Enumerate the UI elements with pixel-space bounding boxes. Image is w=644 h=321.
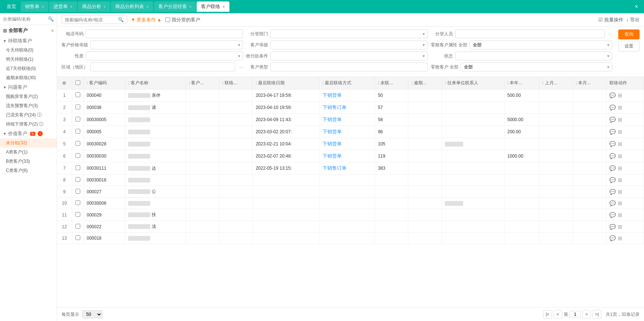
row-checkbox[interactable] xyxy=(72,114,84,126)
row-checkbox[interactable] xyxy=(72,126,84,138)
row-checkbox[interactable] xyxy=(72,174,84,186)
grid-action-icon[interactable]: ⊞ xyxy=(618,92,622,98)
sidebar-group-pending[interactable]: ▼ 待联络客户 xyxy=(0,36,57,46)
row-checkbox[interactable] xyxy=(72,209,84,221)
last-method-link[interactable]: 下销货单 xyxy=(323,141,342,147)
dept-select[interactable] xyxy=(270,29,427,38)
sidebar-item-b-class[interactable]: B类客户(33) xyxy=(0,157,57,166)
export-btn[interactable]: ↓ 导出 xyxy=(626,17,640,23)
tab-customer-contact[interactable]: 客户联络 × xyxy=(197,1,229,12)
prev-page-btn[interactable]: < xyxy=(553,310,562,319)
close-icon[interactable]: × xyxy=(103,4,106,9)
settings-col[interactable]: ⚙ xyxy=(57,77,72,89)
grid-action-icon[interactable]: ⊞ xyxy=(618,153,622,159)
sidebar-search-input[interactable] xyxy=(3,17,46,22)
message-icon[interactable]: 💬 xyxy=(609,165,616,171)
row-checkbox[interactable] xyxy=(72,150,84,162)
price-level-select[interactable] xyxy=(90,40,243,49)
collapse-icon[interactable]: « xyxy=(51,28,54,33)
last-method-link[interactable]: 下销售订单 xyxy=(323,165,346,171)
message-icon[interactable]: 💬 xyxy=(609,141,616,147)
message-icon[interactable]: 💬 xyxy=(609,105,616,110)
message-icon[interactable]: 💬 xyxy=(609,92,616,98)
sidebar-item-ungrouped[interactable]: 未分组(32) xyxy=(0,138,57,148)
batch-operate-btn[interactable]: ☑ 批量操作 xyxy=(598,17,623,23)
query-button[interactable]: 查询 xyxy=(618,29,640,39)
tab-product-analysis[interactable]: 商品分析 × xyxy=(78,1,110,12)
dots-icon[interactable]: ··· xyxy=(608,31,612,37)
grid-action-icon[interactable]: ⊞ xyxy=(618,105,622,110)
sidebar-group-problem[interactable]: ▼ 问题客户 xyxy=(0,82,57,92)
grid-action-icon[interactable]: ⊞ xyxy=(618,165,622,171)
grid-action-icon[interactable]: ⊞ xyxy=(618,129,622,135)
message-icon[interactable]: 💬 xyxy=(609,129,616,135)
sidebar-item-lost[interactable]: 已流失客户(24) ⓘ xyxy=(0,110,57,120)
last-method-link[interactable]: 下销货单 xyxy=(323,92,342,98)
message-icon[interactable]: 💬 xyxy=(609,235,616,241)
search-input[interactable] xyxy=(65,17,116,22)
sidebar-item-today-pending[interactable]: 今天待联络(0) xyxy=(0,46,57,55)
row-checkbox[interactable] xyxy=(72,89,84,102)
message-icon[interactable]: 💬 xyxy=(609,189,616,195)
retail-attr-select[interactable]: 全部 xyxy=(469,40,612,49)
tab-product-analysis-list[interactable]: 商品分析列表 × xyxy=(111,1,153,12)
page-number-input[interactable] xyxy=(570,311,581,318)
message-icon[interactable]: 💬 xyxy=(609,212,616,218)
payment-select[interactable] xyxy=(270,52,427,60)
tab-customer-segment[interactable]: 客户分层经客 × xyxy=(154,1,196,12)
message-icon[interactable]: 💬 xyxy=(609,224,616,230)
row-checkbox[interactable] xyxy=(72,198,84,209)
dots-icon[interactable]: ··· xyxy=(239,64,243,70)
message-icon[interactable]: 💬 xyxy=(609,177,616,183)
customer-level-select[interactable] xyxy=(270,40,427,49)
close-icon[interactable]: × xyxy=(70,4,72,9)
select-all-checkbox[interactable] xyxy=(75,80,80,85)
message-icon[interactable]: 💬 xyxy=(609,117,616,123)
sidebar-search-icon[interactable]: 🔍 xyxy=(48,16,54,22)
row-checkbox[interactable] xyxy=(72,138,84,150)
region-input[interactable] xyxy=(90,63,235,71)
sidebar-item-7day-pending[interactable]: 近7天待联络(0) xyxy=(0,64,57,73)
last-method-link[interactable]: 下销货单 xyxy=(323,153,342,159)
close-icon[interactable]: × xyxy=(42,4,44,9)
last-page-btn[interactable]: >| xyxy=(592,310,601,319)
grid-action-icon[interactable]: ⊞ xyxy=(618,212,622,218)
more-conditions-btn[interactable]: ▼ 更多条件 ▲ xyxy=(131,17,162,23)
person-input[interactable] xyxy=(455,29,605,38)
my-customers-checkbox[interactable]: 我分管的客户 xyxy=(165,17,200,23)
grid-action-icon[interactable]: ⊞ xyxy=(618,235,622,241)
grid-action-icon[interactable]: ⊞ xyxy=(618,200,622,206)
row-checkbox[interactable] xyxy=(72,162,84,174)
phone-input[interactable] xyxy=(86,29,243,38)
select-all-col[interactable] xyxy=(72,77,84,89)
search-icon[interactable]: 🔍 xyxy=(118,17,124,22)
sidebar-item-declining[interactable]: 持续下滑客户(2) ⓘ xyxy=(0,120,57,129)
nature-select[interactable] xyxy=(86,52,243,60)
sidebar-item-hoard-abnormal[interactable]: 囤购异常客户(2) xyxy=(0,92,57,101)
sidebar-item-churn-warning[interactable]: 流失预警客户(3) xyxy=(0,101,57,110)
last-method-link[interactable]: 下销货单 xyxy=(323,129,342,134)
close-icon[interactable]: × xyxy=(222,4,225,9)
grid-action-icon[interactable]: ⊞ xyxy=(618,189,622,195)
close-icon[interactable]: × xyxy=(189,4,191,9)
row-checkbox[interactable] xyxy=(72,233,84,244)
home-tab[interactable]: 首页 xyxy=(3,3,20,10)
my-customers-check[interactable] xyxy=(165,17,170,22)
tab-sales[interactable]: 销售单 × xyxy=(21,1,48,12)
message-icon[interactable]: 💬 xyxy=(609,200,616,206)
sidebar-item-a-class[interactable]: A类客户(1) xyxy=(0,148,57,157)
sidebar-group-value[interactable]: ▼ 价值客户 ↻ ! xyxy=(0,129,57,138)
close-icon[interactable]: × xyxy=(146,4,148,9)
grid-action-icon[interactable]: ⊞ xyxy=(618,224,622,230)
grid-action-icon[interactable]: ⊞ xyxy=(618,177,622,183)
reset-button[interactable]: 设置 xyxy=(618,41,640,52)
last-method-link[interactable]: 下销货单 xyxy=(323,117,342,122)
grid-action-icon[interactable]: ⊞ xyxy=(618,141,622,147)
sidebar-item-tomorrow-pending[interactable]: 明天待联络(1) xyxy=(0,55,57,64)
row-checkbox[interactable] xyxy=(72,221,84,233)
row-checkbox[interactable] xyxy=(72,102,84,114)
status-select[interactable] xyxy=(455,52,612,60)
sidebar-item-c-class[interactable]: C类客户(6) xyxy=(0,166,57,175)
customer-type-input[interactable] xyxy=(270,63,427,71)
tab-purchase[interactable]: 进货单 × xyxy=(49,1,77,12)
